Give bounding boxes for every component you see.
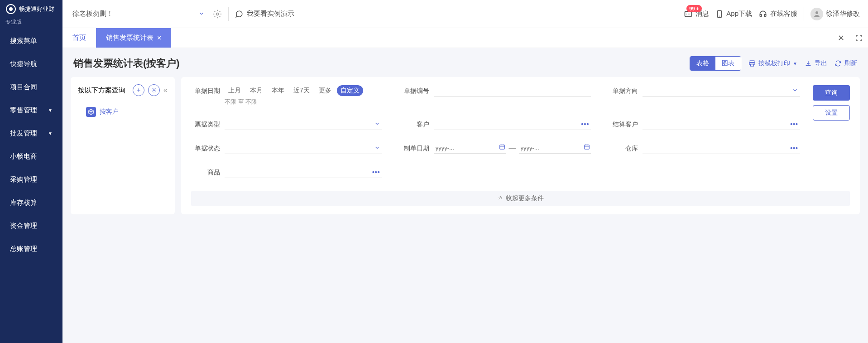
support-button[interactable]: 在线客服 bbox=[758, 10, 797, 19]
customer-input[interactable] bbox=[434, 119, 591, 130]
tab-label: 首页 bbox=[72, 34, 86, 42]
product-input[interactable] bbox=[225, 167, 382, 178]
print-button[interactable]: 按模板打印 ▼ bbox=[748, 59, 797, 68]
create-date-from-input[interactable] bbox=[434, 143, 506, 154]
scheme-item-label: 按客户 bbox=[100, 108, 119, 116]
cube-icon bbox=[86, 107, 96, 117]
date-option[interactable]: 更多 bbox=[315, 85, 335, 96]
field-settle-customer: 结算客户 ••• bbox=[609, 119, 800, 130]
sidebar-item-3[interactable]: 零售管理▼ bbox=[0, 99, 62, 122]
query-panel: 查询 设置 单据日期 上月本月本年近7天更多自定义 不限 至 不限 单据编号 bbox=[181, 77, 860, 214]
view-chart-button[interactable]: 图表 bbox=[715, 57, 741, 70]
sidebar: 畅捷通好业财 专业版 搜索菜单快捷导航项目合同零售管理▼批发管理▼小畅电商采购管… bbox=[0, 0, 62, 343]
app-download-button[interactable]: App下载 bbox=[715, 10, 752, 18]
query-button[interactable]: 查询 bbox=[813, 85, 850, 101]
view-toggle: 表格 图表 bbox=[690, 56, 741, 71]
collapse-label: 收起更多条件 bbox=[506, 194, 544, 203]
close-icon[interactable]: × bbox=[157, 34, 161, 42]
scheme-panel: 按以下方案查询 ＋ « 按客户 bbox=[71, 77, 175, 214]
topbar: 徐老板勿删！ 我要看实例演示 99 + 消息 bbox=[62, 0, 868, 28]
svg-point-1 bbox=[9, 7, 13, 11]
date-option[interactable]: 自定义 bbox=[337, 85, 363, 96]
date-option[interactable]: 上月 bbox=[225, 85, 245, 96]
invoice-type-select[interactable] bbox=[225, 119, 382, 130]
more-icon[interactable]: ••• bbox=[372, 169, 380, 176]
field-label: 单据方向 bbox=[609, 85, 638, 95]
settings-button[interactable]: 设置 bbox=[813, 105, 850, 121]
doc-status-select[interactable] bbox=[225, 143, 382, 154]
sidebar-item-label: 库存核算 bbox=[10, 198, 37, 207]
gear-icon[interactable] bbox=[213, 10, 222, 19]
field-product: 商品 ••• bbox=[191, 167, 382, 178]
sidebar-item-label: 批发管理 bbox=[10, 129, 37, 138]
sidebar-item-label: 采购管理 bbox=[10, 175, 37, 184]
sidebar-item-5[interactable]: 小畅电商 bbox=[0, 145, 62, 168]
sidebar-item-label: 快捷导航 bbox=[10, 60, 37, 68]
more-icon[interactable]: ••• bbox=[790, 121, 798, 128]
chat-icon bbox=[235, 10, 243, 18]
sidebar-item-label: 资金管理 bbox=[10, 222, 37, 230]
calendar-icon[interactable] bbox=[499, 144, 505, 150]
field-label: 结算客户 bbox=[609, 119, 638, 129]
scheme-settings-button[interactable] bbox=[148, 84, 160, 96]
more-icon[interactable]: ••• bbox=[581, 121, 590, 128]
chevron-up-icon bbox=[498, 196, 503, 201]
field-doc-direction: 单据方向 bbox=[609, 85, 800, 106]
chevron-down-icon[interactable] bbox=[374, 145, 380, 151]
create-date-to-input[interactable] bbox=[519, 143, 591, 154]
caret-down-icon: ▼ bbox=[48, 131, 53, 136]
svg-point-9 bbox=[815, 11, 818, 14]
doc-direction-select[interactable] bbox=[643, 85, 800, 97]
view-table-button[interactable]: 表格 bbox=[690, 57, 715, 70]
tab-1[interactable]: 销售发票统计表× bbox=[96, 28, 171, 48]
chevron-down-icon[interactable] bbox=[792, 87, 798, 93]
range-separator: — bbox=[509, 144, 516, 152]
field-label: 客户 bbox=[400, 119, 429, 129]
svg-rect-11 bbox=[749, 63, 755, 65]
close-all-tabs-button[interactable]: ✕ bbox=[832, 29, 850, 47]
add-scheme-button[interactable]: ＋ bbox=[133, 84, 144, 96]
doc-no-input[interactable] bbox=[434, 85, 591, 97]
sidebar-item-9[interactable]: 总账管理 bbox=[0, 237, 62, 261]
more-icon[interactable]: ••• bbox=[790, 145, 798, 152]
tab-0[interactable]: 首页 bbox=[62, 28, 96, 48]
warehouse-input[interactable] bbox=[643, 143, 800, 154]
svg-point-2 bbox=[216, 13, 219, 15]
date-option[interactable]: 本年 bbox=[268, 85, 288, 96]
collapse-conditions-button[interactable]: 收起更多条件 bbox=[191, 191, 850, 206]
sidebar-item-label: 零售管理 bbox=[10, 106, 37, 115]
export-button[interactable]: 导出 bbox=[805, 59, 827, 68]
svg-rect-18 bbox=[585, 145, 590, 149]
sidebar-item-0[interactable]: 搜索菜单 bbox=[0, 29, 62, 53]
sidebar-item-1[interactable]: 快捷导航 bbox=[0, 53, 62, 76]
tab-label: 销售发票统计表 bbox=[106, 34, 153, 42]
chevron-down-icon[interactable] bbox=[374, 121, 380, 127]
sidebar-item-4[interactable]: 批发管理▼ bbox=[0, 122, 62, 145]
scheme-item-by-customer[interactable]: 按客户 bbox=[78, 103, 168, 121]
messages-button[interactable]: 99 + 消息 bbox=[684, 10, 709, 19]
field-label: 单据日期 bbox=[191, 85, 220, 95]
sidebar-item-6[interactable]: 采购管理 bbox=[0, 168, 62, 191]
field-create-date: 制单日期 — bbox=[400, 143, 591, 154]
svg-point-13 bbox=[153, 90, 155, 91]
chevron-down-icon: ▼ bbox=[793, 61, 797, 66]
fullscreen-button[interactable] bbox=[850, 29, 868, 47]
sidebar-item-label: 搜索菜单 bbox=[10, 37, 37, 45]
user-menu[interactable]: 徐泽华修改 bbox=[810, 8, 860, 20]
calendar-icon[interactable] bbox=[584, 144, 590, 150]
date-option[interactable]: 本月 bbox=[246, 85, 266, 96]
refresh-button[interactable]: 刷新 bbox=[834, 59, 857, 68]
sidebar-item-7[interactable]: 库存核算 bbox=[0, 191, 62, 214]
demo-link[interactable]: 我要看实例演示 bbox=[235, 10, 294, 18]
brand-name: 畅捷通好业财 bbox=[19, 5, 54, 13]
svg-rect-14 bbox=[499, 145, 504, 149]
settle-customer-input[interactable] bbox=[643, 119, 800, 130]
date-option[interactable]: 近7天 bbox=[290, 85, 313, 96]
print-label: 按模板打印 bbox=[758, 59, 790, 68]
org-selector[interactable]: 徐老板勿删！ bbox=[71, 6, 206, 22]
field-doc-status: 单据状态 bbox=[191, 143, 382, 154]
collapse-panel-button[interactable]: « bbox=[163, 86, 168, 94]
sidebar-item-2[interactable]: 项目合同 bbox=[0, 76, 62, 99]
sidebar-item-8[interactable]: 资金管理 bbox=[0, 214, 62, 237]
support-label: 在线客服 bbox=[770, 10, 797, 18]
